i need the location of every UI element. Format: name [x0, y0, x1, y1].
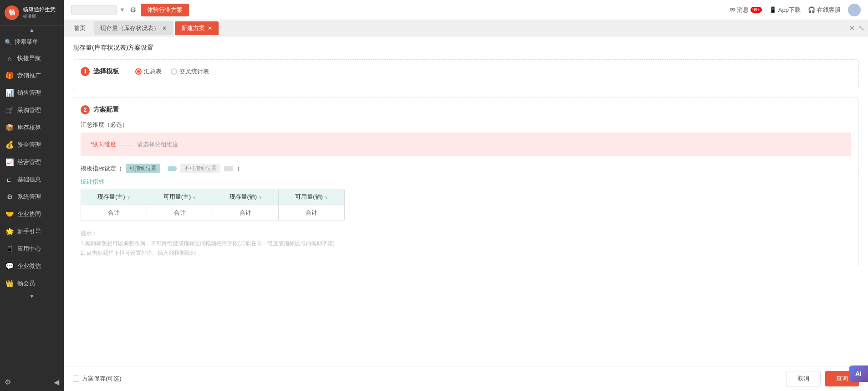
message-badge: 99+	[751, 7, 762, 13]
dimension-required-star: *纵向维度	[90, 140, 116, 149]
page-title: 现存量(库存状况表)方案设置	[73, 44, 859, 52]
save-checkbox[interactable]	[73, 376, 79, 382]
search-input[interactable]	[71, 5, 117, 15]
finance-icon: 💰	[5, 141, 14, 149]
sidebar-collapse-icon[interactable]: ◀	[54, 378, 59, 386]
radio-summary[interactable]: 汇总表	[135, 67, 162, 76]
sidebar-item-quick-nav[interactable]: ⌂ 快捷导航	[0, 50, 64, 67]
tab-expand-icon[interactable]: ⤡	[858, 24, 864, 32]
template-options: 汇总表 交叉统计表	[135, 67, 209, 76]
dimension-dash: ——	[121, 141, 133, 148]
app-version: 标准版	[23, 13, 56, 20]
tab-inventory-label: 现存量（库存状况表）	[100, 24, 159, 32]
sidebar-item-label: 企业协同	[17, 210, 41, 218]
tips-section: 提示： 1.拖动标题栏可以调整布局，不可跨维度或指标区域拖动栏目字段(只能在同一…	[81, 229, 851, 258]
sidebar-item-basic[interactable]: 🗂 基础信息	[0, 171, 64, 188]
col-sub-stock-label: 现存量(辅)	[230, 193, 257, 201]
col-sub-stock-dropdown[interactable]: ∨	[259, 195, 262, 200]
wechat-icon: 💬	[5, 262, 14, 270]
topbar: ▼ ⚙ 体验行业方案 ✉ 消息 99+ 📱 App下载 🎧 在线客服	[64, 0, 868, 20]
tabs-bar: 首页 现存量（库存状况表） ✕ 新建方案 ✕ ✕ ⤡	[64, 20, 868, 36]
tab-new-scheme-label: 新建方案	[181, 24, 205, 32]
sidebar-item-sales[interactable]: 📊 销售管理	[0, 84, 64, 102]
experience-button[interactable]: 体验行业方案	[141, 4, 189, 16]
col-main-stock-label: 现存量(主)	[97, 193, 125, 201]
tab-controls: ✕ ⤡	[849, 24, 864, 32]
sidebar-logo: 畅 畅康通好生意 标准版	[0, 0, 64, 26]
dimension-area: *纵向维度 —— 请选择分组维度	[81, 133, 851, 156]
sidebar-item-label: 资金管理	[17, 141, 41, 149]
cancel-button[interactable]: 取消	[786, 371, 821, 386]
customer-service-button[interactable]: 🎧 在线客服	[808, 6, 841, 14]
sidebar-item-enterprise[interactable]: 🤝 企业协同	[0, 206, 64, 223]
col-main-stock-dropdown[interactable]: ∨	[127, 195, 130, 200]
sidebar-item-label: 系统管理	[17, 193, 41, 201]
movable-badge: 可拖动位置	[126, 164, 160, 173]
tip-1: 1.拖动标题栏可以调整布局，不可跨维度或指标区域拖动栏目字段(只能在同一维度或指…	[81, 239, 851, 249]
sidebar-search[interactable]: 🔍 搜索菜单	[0, 34, 64, 50]
sidebar-bottom: ⚙ ◀	[0, 373, 64, 391]
message-button[interactable]: ✉ 消息 99+	[730, 6, 762, 14]
col-header-main-stock[interactable]: 现存量(主) ∨	[81, 189, 147, 205]
sidebar-item-label: 快捷导航	[17, 54, 41, 62]
tab-close-all-icon[interactable]: ✕	[849, 24, 855, 32]
tips-title: 提示：	[81, 230, 97, 237]
step2-header: 2 方案配置	[81, 105, 851, 114]
unmovable-badge: 不可拖动位置	[180, 164, 220, 173]
tab-home[interactable]: 首页	[67, 21, 92, 35]
inventory-icon: 📦	[5, 123, 14, 132]
download-icon: 📱	[769, 6, 776, 13]
app-download-button[interactable]: 📱 App下载	[769, 6, 801, 14]
sidebar-settings-icon[interactable]: ⚙	[5, 378, 11, 386]
stats-section-title: 统计指标	[81, 178, 851, 186]
dimension-placeholder[interactable]: 请选择分组维度	[137, 140, 179, 149]
col-main-available-dropdown[interactable]: ∨	[193, 195, 196, 200]
step1-title: 选择模板	[93, 67, 119, 76]
col-header-main-available[interactable]: 可用量(主) ∨	[147, 189, 213, 205]
user-avatar[interactable]	[848, 4, 861, 16]
sidebar-item-wechat[interactable]: 💬 企业微信	[0, 257, 64, 275]
message-icon: ✉	[730, 6, 735, 13]
sidebar-item-system[interactable]: ⚙ 系统管理	[0, 188, 64, 206]
message-label: 消息	[737, 6, 749, 14]
sidebar-item-marketing[interactable]: 🎁 营销推广	[0, 67, 64, 84]
sidebar-item-label: 畅会员	[17, 279, 35, 288]
sidebar-item-purchase[interactable]: 🛒 采购管理	[0, 102, 64, 119]
sidebar-scroll-up[interactable]: ▲	[0, 26, 64, 34]
sidebar-item-label: 新手引导	[17, 227, 41, 236]
radio-cross[interactable]: 交叉统计表	[171, 67, 209, 76]
movable-icon	[168, 166, 177, 171]
dropdown-icon[interactable]: ▼	[119, 6, 125, 13]
sidebar-item-finance[interactable]: 💰 资金管理	[0, 136, 64, 154]
sidebar-item-inventory[interactable]: 📦 库存核算	[0, 119, 64, 136]
cell-sum-1: 合计	[81, 205, 147, 221]
dimension-row: *纵向维度 —— 请选择分组维度	[90, 140, 842, 149]
sidebar-item-operation[interactable]: 📈 经营管理	[0, 154, 64, 171]
sidebar-item-member[interactable]: 👑 畅会员	[0, 275, 64, 292]
ai-float-button[interactable]: Ai	[849, 365, 868, 382]
app-download-label: App下载	[778, 6, 801, 14]
settings-gear-icon[interactable]: ⚙	[130, 5, 136, 14]
tab-inventory-close-icon[interactable]: ✕	[162, 25, 167, 31]
sidebar-item-app-center[interactable]: 📱 应用中心	[0, 240, 64, 257]
operation-icon: 📈	[5, 158, 14, 166]
step1-header: 1 选择模板 汇总表 交叉统计表	[81, 67, 851, 76]
tab-new-scheme[interactable]: 新建方案 ✕	[175, 21, 219, 35]
topbar-left: ▼ ⚙ 体验行业方案	[71, 4, 189, 16]
sidebar-item-newbie[interactable]: 🌟 新手引导	[0, 223, 64, 240]
tab-inventory-status[interactable]: 现存量（库存状况表） ✕	[94, 21, 173, 35]
sidebar-scroll-down[interactable]: ▼	[0, 292, 64, 300]
sidebar-item-label: 基础信息	[17, 175, 41, 184]
main-area: ▼ ⚙ 体验行业方案 ✉ 消息 99+ 📱 App下载 🎧 在线客服 首页	[64, 0, 868, 391]
enterprise-icon: 🤝	[5, 210, 14, 218]
tab-new-scheme-close-icon[interactable]: ✕	[208, 25, 212, 31]
stats-table: 现存量(主) ∨ 可用量(主) ∨ 现存量(辅) ∨ 可用量(辅)	[81, 189, 345, 221]
sidebar-item-label: 经营管理	[17, 158, 41, 166]
col-header-sub-available[interactable]: 可用量(辅) ∨	[279, 189, 344, 205]
radio-summary-label: 汇总表	[144, 67, 162, 76]
system-icon: ⚙	[5, 193, 14, 201]
unmovable-icon	[224, 166, 233, 171]
col-sub-available-dropdown[interactable]: ∨	[325, 195, 328, 200]
col-header-sub-stock[interactable]: 现存量(辅) ∨	[213, 189, 279, 205]
topbar-search-area: ▼	[71, 5, 125, 15]
